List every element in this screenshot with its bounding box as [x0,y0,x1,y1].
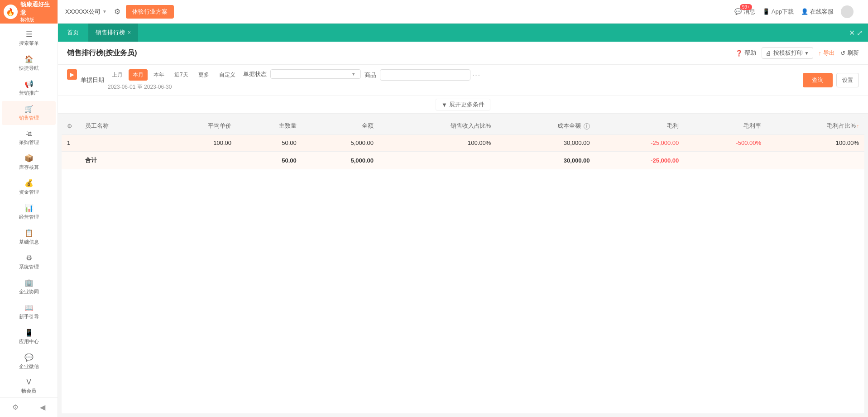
enterprise-icon: 🏢 [24,278,34,287]
print-arrow-icon: ▼ [805,51,809,56]
query-button[interactable]: 查询 [803,73,833,87]
tab-sales-ranking[interactable]: 销售排行榜 × [88,24,138,42]
sidebar-bottom: ⚙ ◀ [0,397,58,417]
export-icon: ↑ [819,50,822,57]
date-btn-自定义[interactable]: 自定义 [215,69,240,81]
sidebar-settings-btn[interactable]: ⚙ [9,401,22,413]
help-button[interactable]: ❓ 帮助 [735,49,756,57]
col-settings-icon[interactable]: ⚙ [62,117,80,135]
tab-home-label: 首页 [67,29,79,37]
date-btn-更多[interactable]: 更多 [194,69,213,81]
sidebar-item-marketing[interactable]: 📢营销推广 [2,76,56,100]
filter-left: ▶ 单据日期 上月本月本年近7天更多自定义 2023-06-01 至 2023-… [67,69,481,91]
sidebar-item-search[interactable]: ☰搜索菜单 [2,26,56,50]
sort-icon[interactable]: ↑ [857,124,859,129]
avatar[interactable] [841,5,854,18]
status-filter-label: 单据状态 [243,70,267,78]
sidebar-item-inventory[interactable]: 📦库存核算 [2,150,56,174]
cost-info-icon[interactable]: i [584,123,590,129]
content-area: 销售排行榜(按业务员) ❓ 帮助 🖨 按模板打印 ▼ ↑ 导出 ↺ 刷新 [58,42,868,417]
footer-sales-pct [379,151,496,169]
sidebar-item-purchase[interactable]: 🛍采购管理 [2,126,56,149]
footer-gross-pct [767,151,864,169]
sidebar: 🔥 畅康通好生意 标准版 ☰搜索菜单🏠快捷导航📢营销推广🛒销售管理🛍采购管理📦库… [0,0,58,417]
col-header-gross: 毛利 [595,117,685,135]
guide-icon: 📖 [24,303,34,312]
system-icon: ⚙ [26,254,32,262]
service-label: 在线客服 [810,8,834,16]
expand-chevron-icon: ▼ [441,101,447,108]
app-download-button[interactable]: 📱 App下载 [762,8,794,16]
sidebar-item-guide[interactable]: 📖新手引导 [2,300,56,324]
expand-more-button[interactable]: ▼ 展开更多条件 [436,99,490,110]
date-btn-本月[interactable]: 本月 [129,69,148,81]
company-selector[interactable]: XXXXXX公司 ▼ [65,8,107,16]
table-body: 1100.0050.005,000.00100.00%30,000.00-25,… [62,135,864,152]
tab-close-icon[interactable]: × [128,29,131,36]
service-icon: 👤 [801,8,808,15]
search-icon: ☰ [26,30,32,38]
export-label: 导出 [823,49,835,57]
inventory-icon: 📦 [24,154,34,163]
date-range-display: 2023-06-01 至 2023-06-30 [108,83,240,91]
maximize-window-icon[interactable]: ⤢ [857,29,863,37]
date-btn-上月[interactable]: 上月 [108,69,127,81]
purchase-icon: 🛍 [25,129,33,138]
tabbar: 首页 销售排行榜 × ✕ ⤢ [58,24,868,42]
refresh-button[interactable]: ↺ 刷新 [840,49,859,57]
tab-home[interactable]: 首页 [58,24,88,42]
data-table-wrapper: ⚙ 员工名称 平均单价 主数量 全额 销售收入占比% 成本全额 i 毛利 毛利率… [62,117,864,413]
sidebar-item-apps[interactable]: 📱应用中心 [2,325,56,349]
sidebar-item-enterprise[interactable]: 🏢企业协同 [2,275,56,299]
sidebar-item-member[interactable]: V畅会员 [2,374,56,397]
sidebar-item-finance[interactable]: 💰资金管理 [2,175,56,199]
sales-icon: 🛒 [24,105,34,113]
sidebar-item-sales[interactable]: 🛒销售管理 [2,101,56,125]
table-header-row: ⚙ 员工名称 平均单价 主数量 全额 销售收入占比% 成本全额 i 毛利 毛利率… [62,117,864,135]
topbar: XXXXXX公司 ▼ ⚙ 体验行业方案 💬 消息 99+ 📱 App下载 👤 在… [58,0,868,24]
operations-icon: 📊 [24,204,34,212]
finance-icon: 💰 [24,179,34,187]
sidebar-item-operations[interactable]: 📊经营管理 [2,200,56,224]
col-header-name: 员工名称 [80,117,158,135]
print-button[interactable]: 🖨 按模板打印 ▼ [762,47,813,59]
sidebar-item-basic[interactable]: 📋基础信息 [2,225,56,249]
table-footer-row: 合计 50.00 5,000.00 30,000.00 -25,000.00 [62,151,864,169]
page-header: 销售排行榜(按业务员) ❓ 帮助 🖨 按模板打印 ▼ ↑ 导出 ↺ 刷新 [58,42,868,65]
sidebar-item-wechat[interactable]: 💬企业微信 [2,350,56,374]
apps-icon: 📱 [24,328,34,337]
online-service-button[interactable]: 👤 在线客服 [801,8,834,16]
export-button[interactable]: ↑ 导出 [819,49,835,57]
date-btn-本年[interactable]: 本年 [149,69,168,81]
message-button[interactable]: 💬 消息 99+ [734,8,755,16]
tab-sales-ranking-label: 销售排行榜 [96,29,125,37]
member-icon: V [26,378,31,386]
column-settings-button[interactable]: 设置 [836,73,859,87]
close-window-icon[interactable]: ✕ [849,29,855,37]
app-label: App下载 [772,8,794,16]
date-filter-group: 单据日期 上月本月本年近7天更多自定义 2023-06-01 至 2023-06… [81,69,240,91]
goods-more-icon[interactable]: ··· [472,71,481,79]
company-arrow-icon: ▼ [102,9,107,14]
col-header-gross-rate: 毛利率 [684,117,767,135]
filter-toggle-btn[interactable]: ▶ [67,69,77,80]
app-icon: 📱 [762,8,770,15]
sidebar-item-system[interactable]: ⚙系统管理 [2,250,56,274]
col-header-cost: 成本全额 i [496,117,595,135]
footer-amount: 5,000.00 [302,151,379,169]
status-select[interactable]: ▼ [270,69,361,79]
table-row: 1100.0050.005,000.00100.00%30,000.00-25,… [62,135,864,152]
goods-filter-label: 商品 [364,71,376,79]
print-label: 按模板打印 [773,49,803,57]
topbar-settings-icon[interactable]: ⚙ [114,7,120,16]
trial-button[interactable]: 体验行业方案 [126,5,174,19]
sidebar-collapse-btn[interactable]: ◀ [36,401,49,413]
sidebar-item-shortcut[interactable]: 🏠快捷导航 [2,51,56,75]
date-btn-近7天[interactable]: 近7天 [170,69,192,81]
col-header-gross-pct: 毛利占比%↑ [767,117,864,135]
date-filter-label: 单据日期 [81,76,104,84]
shortcut-icon: 🏠 [24,55,34,63]
goods-filter-group: 商品 ··· [364,69,481,81]
goods-input[interactable] [380,69,470,81]
status-select-arrow-icon: ▼ [351,72,356,77]
